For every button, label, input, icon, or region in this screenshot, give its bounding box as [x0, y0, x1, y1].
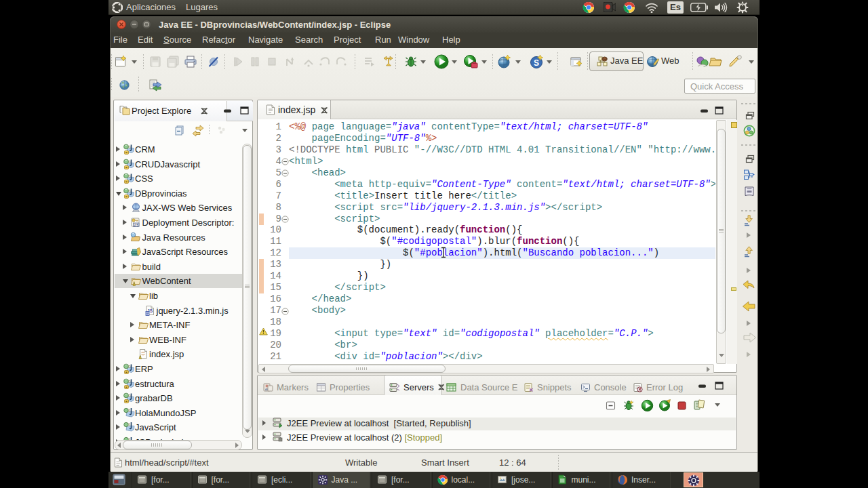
svg-text:S: S	[534, 58, 539, 68]
